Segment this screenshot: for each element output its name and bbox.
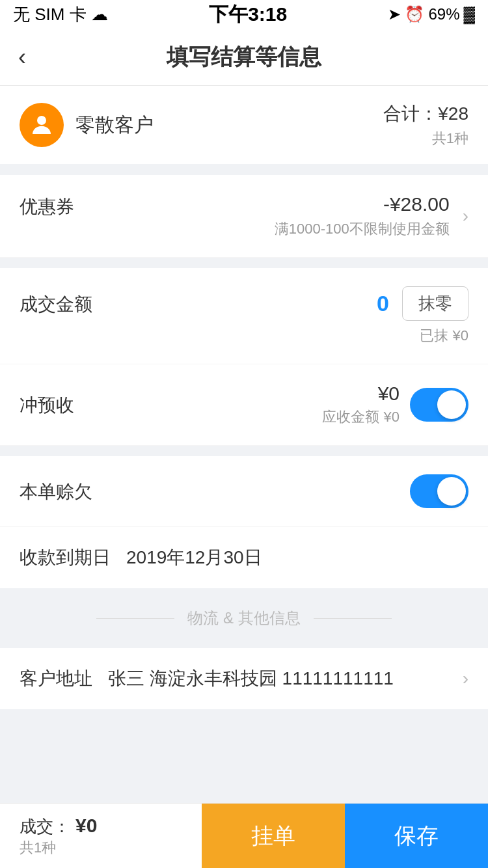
transaction-sub: 已抹 ¥0 <box>20 326 468 346</box>
status-left: 无 SIM 卡 ☁ <box>13 3 108 26</box>
total-amount: 合计：¥28 <box>383 102 468 126</box>
coupon-value-block: -¥28.00 满1000-100不限制使用金额 <box>275 193 450 239</box>
coupon-value: -¥28.00 <box>275 193 450 215</box>
due-date-value: 2019年12月30日 <box>126 545 262 570</box>
gap-1 <box>0 165 488 175</box>
prereceive-row: 冲预收 ¥0 应收金额 ¥0 <box>0 364 488 446</box>
page-title: 填写结算等信息 <box>167 42 321 72</box>
transaction-top: 成交金额 0 抹零 <box>20 286 468 321</box>
coupon-row[interactable]: 优惠券 -¥28.00 满1000-100不限制使用金额 › <box>0 175 488 258</box>
gap-3 <box>0 446 488 456</box>
user-icon <box>28 111 55 139</box>
logistics-label: 物流 & 其他信息 <box>96 608 391 629</box>
location-icon: ➤ <box>388 5 401 23</box>
nav-bar: ‹ 填写结算等信息 <box>0 29 488 86</box>
prereceive-amount: ¥0 <box>322 383 400 405</box>
toggle-knob <box>437 390 466 419</box>
status-time: 下午3:18 <box>209 1 287 28</box>
bottom-summary-top: 成交： ¥0 <box>20 815 182 838</box>
gap-12 <box>0 772 488 782</box>
total-count: 共1种 <box>383 129 468 148</box>
bottom-summary: 成交： ¥0 共1种 <box>0 815 202 858</box>
transaction-label: 成交金额 <box>20 291 92 317</box>
customer-name: 零散客户 <box>75 112 154 139</box>
arrears-label: 本单赊欠 <box>20 478 92 504</box>
sim-wifi-label: 无 SIM 卡 ☁ <box>13 3 108 26</box>
deal-label: 成交： <box>20 815 70 838</box>
arrears-toggle-knob <box>437 477 466 506</box>
gap-10 <box>0 751 488 761</box>
prereceive-sub: 应收金额 ¥0 <box>322 407 400 427</box>
address-label: 客户地址 <box>20 666 92 691</box>
coupon-label: 优惠券 <box>20 193 74 219</box>
svg-point-0 <box>37 116 46 125</box>
hold-button[interactable]: 挂单 <box>202 804 345 869</box>
status-right: ➤ ⏰ 69% ▓ <box>388 5 475 23</box>
transaction-input-wrap: 0 抹零 <box>377 286 468 321</box>
due-date-row[interactable]: 收款到期日 2019年12月30日 <box>0 526 488 588</box>
gap-2 <box>0 258 488 268</box>
address-chevron: › <box>463 668 468 689</box>
transaction-row: 成交金额 0 抹零 已抹 ¥0 <box>0 268 488 364</box>
back-button[interactable]: ‹ <box>18 44 26 71</box>
coupon-chevron: › <box>463 206 468 226</box>
status-bar: 无 SIM 卡 ☁ 下午3:18 ➤ ⏰ 69% ▓ <box>0 0 488 29</box>
gap-5 <box>0 638 488 648</box>
battery-label: 69% <box>428 5 459 23</box>
deal-count: 共1种 <box>20 838 182 858</box>
content-area: 零散客户 合计：¥28 共1种 优惠券 -¥28.00 满1000-100不限制… <box>0 86 488 860</box>
gap-6 <box>0 709 488 720</box>
logistics-divider: 物流 & 其他信息 <box>0 599 488 638</box>
customer-row: 零散客户 合计：¥28 共1种 <box>0 86 488 165</box>
arrears-row: 本单赊欠 <box>0 456 488 526</box>
round-button[interactable]: 抹零 <box>402 286 468 321</box>
arrears-toggle[interactable] <box>410 474 468 508</box>
gap-9 <box>0 740 488 751</box>
prereceive-label: 冲预收 <box>20 392 74 418</box>
transaction-value[interactable]: 0 <box>377 291 389 316</box>
coupon-right: -¥28.00 满1000-100不限制使用金额 › <box>275 193 468 239</box>
alarm-icon: ⏰ <box>405 5 424 23</box>
coupon-desc: 满1000-100不限制使用金额 <box>275 219 450 239</box>
prereceive-toggle[interactable] <box>410 388 468 422</box>
bottom-bar: 成交： ¥0 共1种 挂单 保存 <box>0 803 488 868</box>
customer-avatar <box>20 103 64 147</box>
prereceive-vals: ¥0 应收金额 ¥0 <box>322 383 400 427</box>
battery-icon: ▓ <box>464 5 476 23</box>
deal-amount: ¥0 <box>75 815 97 837</box>
due-date-label: 收款到期日 <box>20 545 111 570</box>
gap-8 <box>0 730 488 740</box>
gap-11 <box>0 761 488 772</box>
customer-summary: 合计：¥28 共1种 <box>383 102 468 148</box>
gap-7 <box>0 720 488 730</box>
address-value: 张三 海淀永丰科技园 11111111111 <box>108 666 460 691</box>
customer-left: 零散客户 <box>20 103 154 147</box>
gap-4 <box>0 588 488 599</box>
address-row[interactable]: 客户地址 张三 海淀永丰科技园 11111111111 › <box>0 648 488 709</box>
prereceive-right: ¥0 应收金额 ¥0 <box>322 383 468 427</box>
save-button[interactable]: 保存 <box>345 804 488 869</box>
